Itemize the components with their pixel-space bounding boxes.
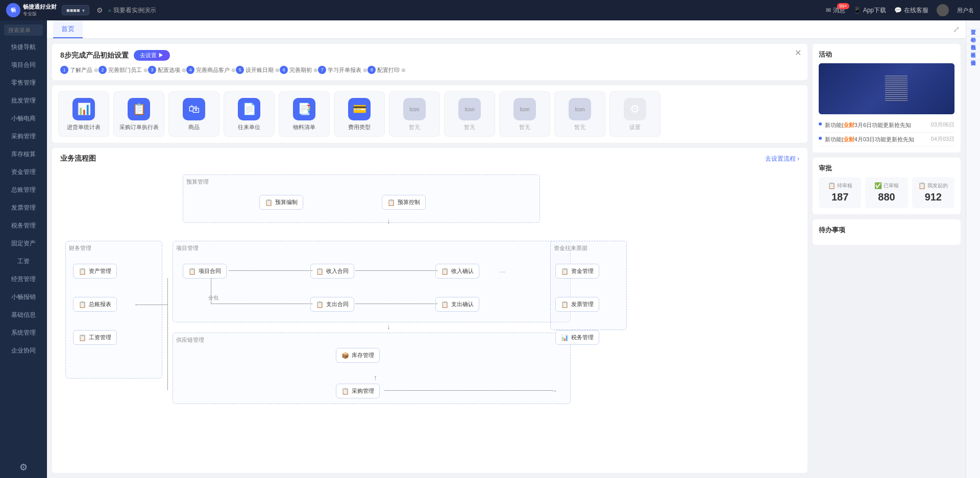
demo-link[interactable]: 我要看实例演示 (108, 6, 156, 15)
news-item-0[interactable]: 新功能|业财3月6日功能更新抢先知03月06日 (819, 118, 954, 133)
icon-label-2: 商品 (188, 123, 200, 131)
tab-expand-btn[interactable]: ⤢ (953, 24, 960, 34)
rail-item-1[interactable]: 帮助中心 (966, 30, 980, 37)
setup-title: 8步完成产品初始设置 去设置 ▶ (60, 50, 799, 61)
main-left: ✕ 8步完成产品初始设置 去设置 ▶ 1了解产品 ⊙2完善部门员工 ⊙3配置选项… (52, 44, 807, 473)
sidebar-item-14[interactable]: 小畅报销 (9, 288, 38, 306)
logo-text: 畅捷通好业财 专业版 (23, 3, 57, 17)
sidebar-item-11[interactable]: 固定资产 (9, 234, 38, 252)
sidebar-item-2[interactable]: 零售管理› (9, 73, 38, 91)
flow-node-expense-confirm[interactable]: 📋支出确认 (435, 297, 479, 312)
rail-item-4[interactable]: 桌面快捷 (966, 53, 980, 60)
user-avatar[interactable] (937, 4, 949, 16)
news-dot (819, 137, 822, 140)
news-dot (819, 122, 822, 125)
icon-box-10: ⚙ (624, 98, 646, 120)
flow-node-purchase[interactable]: 📋采购管理 (336, 384, 380, 398)
stat-box-approved[interactable]: ✅ 已审核880 (865, 177, 908, 208)
setup-close-btn[interactable]: ✕ (795, 48, 801, 58)
chevron-right-icon: › (33, 80, 35, 85)
rail-item-2[interactable]: 客服热线 (966, 38, 980, 44)
news-item-1[interactable]: 新功能|业财4月03日功能更新抢先知04月03日 (819, 133, 954, 147)
sidebar-item-1[interactable]: 项目合同 (9, 56, 38, 73)
flow-node-invoice[interactable]: 📋发票管理 (555, 297, 599, 312)
icon-label-0: 进货单统计表 (67, 123, 101, 131)
sidebar-item-10[interactable]: 税务管理 (9, 216, 38, 234)
sidebar-item-13[interactable]: 经营管理 (9, 270, 38, 288)
app-download-btn[interactable]: 📱 App下载 (853, 6, 886, 15)
icon-card-8[interactable]: Icon暂无 (499, 91, 550, 137)
setup-steps: 1了解产品 ⊙2完善部门员工 ⊙3配置选项 ⊙4完善商品客户 ⊙5设开账日期 ⊙… (60, 66, 799, 74)
flow-node-asset[interactable]: 📋资产管理 (73, 264, 117, 279)
rail-item-3[interactable]: 服务社区 (966, 45, 980, 52)
news-date-1: 04月03日 (931, 135, 954, 143)
icon-card-7[interactable]: Icon暂无 (444, 91, 495, 137)
sidebar-item-3[interactable]: 批发管理› (9, 91, 38, 109)
flow-node-expense-contract[interactable]: 📋支出合同 (310, 297, 354, 312)
icon-box-7: Icon (458, 98, 481, 120)
sidebar-item-6[interactable]: 库存核算 (9, 145, 38, 163)
flow-node-budget-plan[interactable]: 📋预算编制 (259, 195, 303, 210)
step-1: 2完善部门员工 ⊙ (99, 66, 148, 74)
company-selector[interactable]: ■■■■ ▾ (62, 5, 89, 15)
sidebar-item-12[interactable]: 工资 (9, 252, 38, 270)
flow-node-ledger[interactable]: 📋总账报表 (73, 297, 117, 312)
icon-card-3[interactable]: 📄往来单位 (224, 91, 275, 137)
sidebar-item-9[interactable]: 发票管理 (9, 198, 38, 216)
sidebar-item-8[interactable]: 总账管理 (9, 181, 38, 198)
flow-canvas: 预算管理 财务管理 项目管理 供应链管理 (60, 169, 571, 384)
tabbar: 首页 ⤢ (47, 20, 966, 39)
icon-card-6[interactable]: Icon暂无 (389, 91, 440, 137)
icon-label-8: 暂无 (519, 123, 530, 131)
flow-node-income-contract[interactable]: 📋收入合同 (310, 264, 354, 279)
icon-box-9: Icon (569, 98, 591, 120)
sidebar-item-15[interactable]: 基础信息 (9, 306, 38, 323)
icon-card-1[interactable]: 📋采购订单执行表 (113, 91, 164, 137)
sidebar-item-16[interactable]: 系统管理 (9, 323, 38, 341)
sidebar-item-5[interactable]: 采购管理 (9, 127, 38, 145)
sidebar-item-17[interactable]: 企业协同 (9, 341, 38, 359)
line-purchase-r (384, 390, 553, 391)
settings-icon[interactable]: ⚙ (96, 6, 103, 14)
sidebar-item-7[interactable]: 资金管理 (9, 163, 38, 181)
icon-card-9[interactable]: Icon暂无 (554, 91, 605, 137)
flow-node-project[interactable]: 📋项目合同 (183, 264, 227, 279)
icon-card-2[interactable]: 🛍商品 (168, 91, 219, 137)
flow-node-salary[interactable]: 📋工资管理 (73, 330, 117, 345)
icon-card-10[interactable]: ⚙设置 (609, 91, 660, 137)
search-input[interactable] (4, 24, 43, 36)
step-2: 3配置选项 ⊙ (148, 66, 186, 74)
message-btn[interactable]: ✉ 消息 99+ (826, 6, 845, 15)
flow-node-income-confirm[interactable]: 📋收入确认 (435, 264, 479, 279)
online-service-btn[interactable]: 💬 在线客服 (894, 6, 928, 15)
sidebar: 快捷导航项目合同零售管理›批发管理›小畅电商采购管理库存核算资金管理总账管理发票… (0, 20, 47, 478)
arrow-right-4: → (308, 300, 314, 307)
flow-title: 业务流程图 (60, 154, 96, 163)
flow-node-capital-mgmt[interactable]: 📋资金管理 (555, 264, 599, 279)
rail-item-0[interactable]: 首页设置 (966, 22, 980, 29)
go-settings-btn[interactable]: 去设置 ▶ (134, 50, 170, 61)
stat-box-pending[interactable]: 📋 待审核187 (819, 177, 861, 208)
icon-card-5[interactable]: 💳费用类型 (334, 91, 385, 137)
icon-card-4[interactable]: 📑物料清单 (279, 91, 330, 137)
sidebar-search-container (0, 20, 47, 38)
flow-node-inventory[interactable]: 📦库存管理 (336, 348, 380, 363)
activity-card: 活动 畅捷通 享社群专属权益 官方会员服务群 7×15h深圳同问问题答疑社群专享… (813, 44, 961, 153)
line-proj-v (211, 278, 211, 304)
icon-label-7: 暂无 (464, 123, 475, 131)
flow-set-link[interactable]: 去设置流程 › (765, 155, 799, 163)
flow-section: 业务流程图 去设置流程 › 预算管理 财务管理 (52, 148, 807, 473)
flow-node-tax[interactable]: 📊税务管理 (555, 330, 599, 345)
tab-home[interactable]: 首页 (53, 20, 83, 38)
stat-num-mine: 912 (916, 191, 950, 203)
sidebar-settings-btn[interactable]: ⚙ (14, 457, 33, 478)
icon-box-6: Icon (403, 98, 426, 120)
arrow-right-1: → (308, 267, 314, 274)
icon-box-1: 📋 (128, 98, 150, 120)
icon-card-0[interactable]: 📊进货单统计表 (58, 91, 109, 137)
icon-label-4: 物料清单 (293, 123, 315, 131)
sidebar-item-0[interactable]: 快捷导航 (9, 38, 38, 56)
sidebar-item-4[interactable]: 小畅电商 (9, 109, 38, 127)
flow-node-budget-control[interactable]: 📋预算控制 (382, 195, 426, 210)
stat-box-mine[interactable]: 📋 我发起的912 (912, 177, 954, 208)
